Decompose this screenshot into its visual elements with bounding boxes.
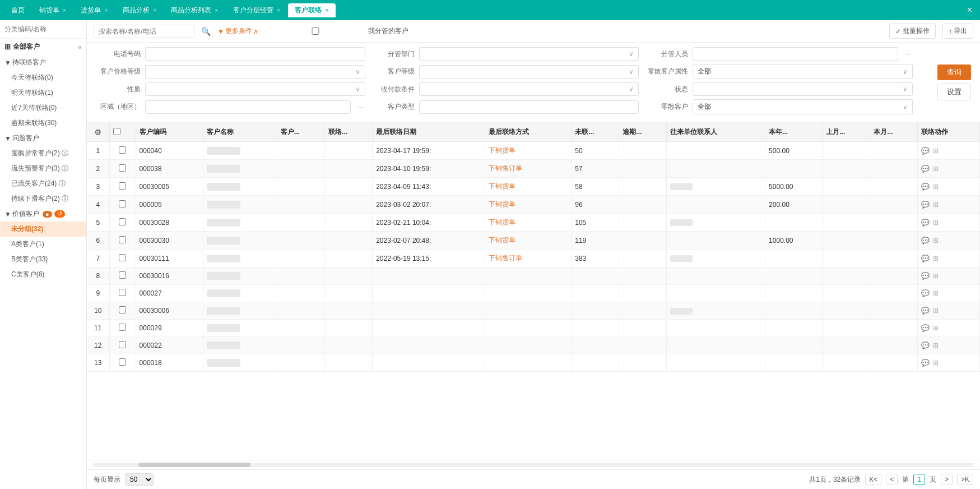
- prev-page-button[interactable]: <: [886, 474, 898, 485]
- comment-icon[interactable]: 💬: [921, 183, 930, 191]
- sidebar-item-abnormal[interactable]: 囤购异常客户(2) ⓘ: [0, 146, 86, 161]
- sidebar-item-today[interactable]: 今天待联络(0): [0, 70, 86, 85]
- nav-sales-order[interactable]: 销货单 ×: [32, 3, 73, 17]
- sidebar-item-overdue[interactable]: 逾期未联络(30): [0, 116, 86, 131]
- cust-type-input[interactable]: [419, 100, 639, 114]
- my-customers-filter[interactable]: 我分管的客户: [265, 26, 408, 36]
- last-way-link[interactable]: 下销货单: [489, 182, 515, 190]
- row-checkbox[interactable]: [119, 289, 126, 296]
- select-all-checkbox[interactable]: [113, 128, 120, 135]
- sidebar-group-problem[interactable]: ▼ 问题客户: [0, 131, 86, 146]
- comment-icon[interactable]: 💬: [921, 147, 930, 155]
- sidebar-item-churn-warning[interactable]: 流失预警客户(3) ⓘ: [0, 161, 86, 176]
- sidebar-item-c-class[interactable]: C类客户(6): [0, 267, 86, 282]
- scroll-thumb[interactable]: [138, 463, 250, 467]
- sidebar-item-tomorrow[interactable]: 明天待联络(1): [0, 85, 86, 100]
- export-button[interactable]: ↑ 导出: [942, 24, 973, 39]
- row-checkbox[interactable]: [119, 271, 126, 279]
- sidebar-collapse-icon[interactable]: «: [78, 43, 82, 51]
- sidebar-item-declining[interactable]: 持续下滑客户(2) ⓘ: [0, 191, 86, 206]
- query-button[interactable]: 查询: [937, 64, 971, 80]
- last-way-link[interactable]: 下销货单: [489, 200, 515, 208]
- grid-action-icon[interactable]: ⊞: [933, 255, 939, 262]
- dept-select[interactable]: ∨: [419, 47, 639, 61]
- sidebar-item-churned[interactable]: 已流失客户(24) ⓘ: [0, 176, 86, 191]
- last-way-link[interactable]: 下销货单: [489, 218, 515, 226]
- row-checkbox[interactable]: [119, 218, 126, 225]
- grid-action-icon[interactable]: ⊞: [933, 324, 939, 332]
- last-way-link[interactable]: 下销货单: [489, 236, 515, 244]
- nav-purchase[interactable]: 进货单 ×: [74, 3, 114, 17]
- comment-icon[interactable]: 💬: [921, 342, 930, 349]
- region-dots-icon[interactable]: ···: [355, 103, 365, 111]
- row-checkbox[interactable]: [119, 358, 126, 366]
- nav-purchase-close[interactable]: ×: [104, 7, 108, 13]
- reset-button[interactable]: 设置: [937, 84, 971, 100]
- row-checkbox[interactable]: [119, 324, 126, 331]
- nav-customer-contact[interactable]: 客户联络 ×: [288, 3, 335, 17]
- grid-action-icon[interactable]: ⊞: [933, 219, 939, 227]
- row-checkbox[interactable]: [119, 200, 126, 207]
- more-conditions-button[interactable]: ▼ 更多条件 ∧: [217, 26, 258, 36]
- grid-action-icon[interactable]: ⊞: [933, 307, 939, 315]
- search-button[interactable]: 🔍: [201, 27, 211, 36]
- grid-action-icon[interactable]: ⊞: [933, 201, 939, 209]
- comment-icon[interactable]: 💬: [921, 307, 930, 315]
- person-input[interactable]: [693, 47, 898, 61]
- status-select[interactable]: ∨: [693, 82, 913, 96]
- row-checkbox[interactable]: [119, 236, 126, 243]
- row-checkbox[interactable]: [119, 182, 126, 190]
- row-checkbox[interactable]: [119, 164, 126, 172]
- person-dots-icon[interactable]: ···: [903, 50, 913, 58]
- grid-action-icon[interactable]: ⊞: [933, 165, 939, 173]
- row-checkbox[interactable]: [119, 146, 126, 154]
- settings-icon[interactable]: ⚙: [94, 128, 101, 137]
- row-checkbox[interactable]: [119, 306, 126, 313]
- comment-icon[interactable]: 💬: [921, 165, 930, 173]
- search-input[interactable]: [94, 25, 194, 38]
- grid-action-icon[interactable]: ⊞: [933, 147, 939, 155]
- sidebar-group-pending[interactable]: ▼ 待联络客户: [0, 55, 86, 70]
- comment-icon[interactable]: 💬: [921, 359, 930, 367]
- nav-customer-segment-close[interactable]: ×: [277, 7, 280, 13]
- grid-action-icon[interactable]: ⊞: [933, 342, 939, 349]
- batch-ops-button[interactable]: ✓ 批量操作: [889, 24, 936, 39]
- sidebar-item-ungroup[interactable]: 未分组(32): [0, 222, 86, 237]
- sidebar-search-input[interactable]: [4, 25, 87, 33]
- sidebar-all-customers[interactable]: ⊞ 全部客户 «: [0, 39, 86, 55]
- price-grade-select[interactable]: ∨: [145, 65, 365, 79]
- comment-icon[interactable]: 💬: [921, 255, 930, 262]
- last-way-link[interactable]: 下销售订单: [489, 254, 522, 262]
- last-way-link[interactable]: 下销货单: [489, 146, 515, 154]
- sidebar-item-7days[interactable]: 近7天待联络(0): [0, 100, 86, 116]
- comment-icon[interactable]: 💬: [921, 201, 930, 209]
- grid-action-icon[interactable]: ⊞: [933, 359, 939, 367]
- comment-icon[interactable]: 💬: [921, 237, 930, 245]
- nav-customer-segment[interactable]: 客户分层经营 ×: [226, 3, 287, 17]
- first-page-button[interactable]: K<: [865, 474, 881, 485]
- phone-input[interactable]: [145, 47, 365, 61]
- payment-select[interactable]: ∨: [419, 82, 639, 96]
- row-checkbox[interactable]: [119, 341, 126, 348]
- grid-action-icon[interactable]: ⊞: [933, 272, 939, 280]
- sidebar-group-value[interactable]: ▼ 价值客户 ● ↺: [0, 206, 86, 222]
- comment-icon[interactable]: 💬: [921, 219, 930, 227]
- grid-action-icon[interactable]: ⊞: [933, 237, 939, 245]
- next-page-button[interactable]: >: [941, 474, 953, 485]
- page-size-select[interactable]: 50 100: [125, 473, 154, 486]
- nav-customer-contact-close[interactable]: ×: [325, 7, 328, 13]
- nav-product-analysis[interactable]: 商品分析 ×: [116, 3, 163, 17]
- comment-icon[interactable]: 💬: [921, 324, 930, 332]
- nav-sales-order-close[interactable]: ×: [63, 7, 66, 13]
- cust-grade-select[interactable]: ∨: [419, 65, 639, 79]
- nav-product-list-close[interactable]: ×: [215, 7, 218, 13]
- sidebar-item-b-class[interactable]: B类客户(33): [0, 252, 86, 267]
- horizontal-scrollbar[interactable]: [87, 460, 980, 469]
- grid-action-icon[interactable]: ⊞: [933, 289, 939, 297]
- nav-home[interactable]: 首页: [4, 3, 31, 17]
- nav-product-list[interactable]: 商品分析列表 ×: [164, 3, 225, 17]
- row-checkbox[interactable]: [119, 254, 126, 261]
- my-customers-checkbox[interactable]: [265, 27, 366, 35]
- retail-attr-select[interactable]: 全部 ∨: [693, 64, 913, 79]
- region-input[interactable]: [145, 100, 351, 114]
